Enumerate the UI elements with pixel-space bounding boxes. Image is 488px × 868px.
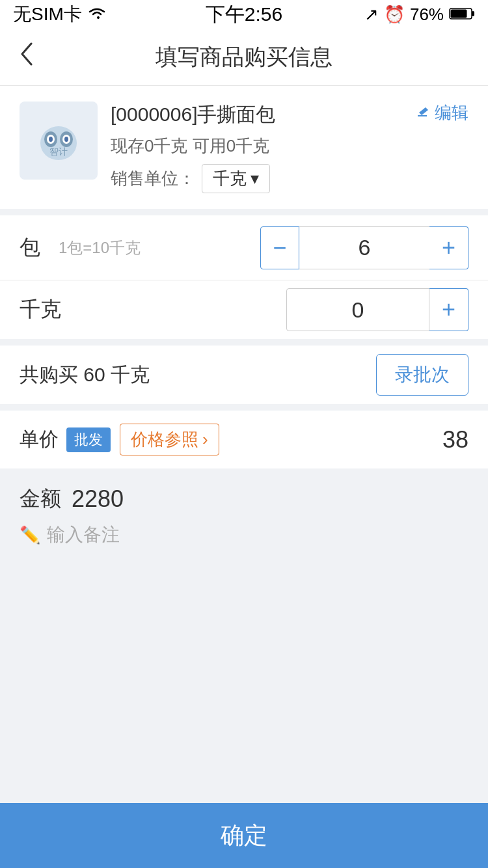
price-section: 单价 批发 价格参照 › 38 [0, 411, 488, 469]
bao-label: 包 [20, 234, 59, 262]
edit-button[interactable]: 编辑 [416, 102, 468, 124]
chevron-down-icon: ▾ [251, 169, 259, 189]
svg-rect-2 [451, 9, 467, 18]
kg-label: 千克 [20, 295, 72, 324]
bao-decrement-button[interactable]: − [260, 226, 299, 269]
svg-rect-11 [418, 115, 427, 116]
product-stock: 现存0千克 可用0千克 [111, 135, 468, 157]
kg-quantity-row: 千克 + [0, 280, 488, 346]
wifi-icon [87, 4, 107, 25]
bao-quantity-control: − + [260, 226, 468, 269]
svg-point-8 [49, 137, 53, 142]
kg-quantity-control: + [286, 288, 468, 331]
product-unit-row: 销售单位： 千克 ▾ [111, 164, 468, 193]
price-tag: 批发 [66, 427, 111, 452]
product-card: 智计 [0000006]手撕面包 现存0千克 可用0千克 销售单位： 千克 ▾ … [0, 86, 488, 215]
content-filler [0, 560, 488, 821]
total-text: 共购买 60 千克 [20, 362, 376, 388]
unit-label: 销售单位： [111, 167, 195, 190]
svg-text:智计: 智计 [49, 146, 68, 157]
svg-marker-12 [419, 107, 428, 115]
amount-section: 金额 2280 ✏️ 输入备注 [0, 469, 488, 560]
battery-text: 76% [410, 5, 444, 25]
batch-button[interactable]: 录批次 [376, 354, 468, 396]
bao-hint: 1包=10千克 [59, 237, 260, 258]
remark-row[interactable]: ✏️ 输入备注 [20, 522, 468, 554]
carrier-text: 无SIM卡 [13, 2, 82, 27]
product-info: [0000006]手撕面包 现存0千克 可用0千克 销售单位： 千克 ▾ [111, 102, 468, 193]
page-title: 填写商品购买信息 [156, 42, 332, 72]
kg-increment-button[interactable]: + [429, 288, 468, 331]
amount-label: 金额 [20, 485, 61, 513]
bao-increment-button[interactable]: + [429, 226, 468, 269]
svg-rect-1 [472, 11, 474, 16]
kg-quantity-input[interactable] [286, 288, 429, 331]
alarm-icon: ⏰ [384, 5, 405, 25]
unit-select[interactable]: 千克 ▾ [202, 164, 270, 193]
bao-quantity-row: 包 1包=10千克 − + [0, 215, 488, 280]
price-ref-button[interactable]: 价格参照 › [120, 424, 219, 455]
product-name: [0000006]手撕面包 [111, 102, 468, 128]
remark-text: 输入备注 [47, 522, 120, 547]
price-value: 38 [442, 426, 468, 454]
price-ref-arrow-icon: › [202, 429, 208, 450]
status-right: ↗ ⏰ 76% [364, 5, 475, 25]
location-icon: ↗ [364, 5, 379, 25]
status-time: 下午2:56 [206, 1, 282, 28]
product-image: 智计 [20, 102, 98, 180]
confirm-text: 确定 [221, 820, 267, 852]
total-row: 共购买 60 千克 录批次 [0, 346, 488, 411]
nav-bar: 填写商品购买信息 [0, 29, 488, 86]
amount-row: 金额 2280 [20, 485, 468, 513]
amount-value: 2280 [72, 485, 124, 513]
back-button[interactable] [20, 42, 34, 72]
svg-point-9 [64, 137, 68, 142]
status-bar: 无SIM卡 下午2:56 ↗ ⏰ 76% [0, 0, 488, 29]
pencil-icon: ✏️ [20, 525, 40, 545]
bao-quantity-input[interactable] [299, 226, 429, 269]
price-label: 单价 [20, 426, 59, 453]
status-left: 无SIM卡 [13, 2, 107, 27]
battery-icon [449, 5, 475, 25]
confirm-bar[interactable]: 确定 [0, 803, 488, 868]
